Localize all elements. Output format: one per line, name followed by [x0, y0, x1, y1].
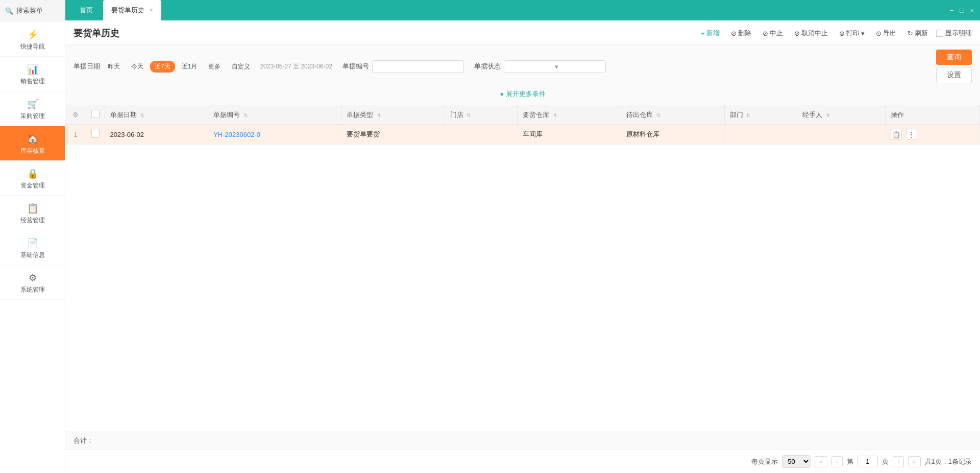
sort-icon-doc-no: ⇅	[243, 112, 248, 118]
first-page-button[interactable]: «	[815, 456, 827, 467]
date-btn-7days[interactable]: 近7天	[150, 61, 175, 73]
topbar-right-controls: − □ ×	[950, 7, 974, 14]
cancel-suspend-button[interactable]: ⊘ 取消中止	[791, 27, 831, 40]
suspend-label: 中止	[770, 29, 783, 38]
export-label: 导出	[883, 29, 896, 38]
select-all-checkbox[interactable]	[91, 110, 100, 118]
data-table: ⚙ 单据日期 ⇅ 单据编号 ⇅ 单据类型	[65, 105, 980, 145]
print-label: 打印	[846, 29, 860, 38]
sidebar-item-sales[interactable]: 📊 销售管理	[0, 57, 65, 91]
th-dept[interactable]: 部门 ⇅	[724, 105, 797, 125]
sidebar-item-purchase[interactable]: 🛒 采购管理	[0, 91, 65, 126]
filter-row-main: 单据日期 昨天 今天 近7天 近1月 更多 自定义 2023-05-27 至 2…	[74, 50, 972, 83]
sidebar-item-finance[interactable]: 🔒 资金管理	[0, 161, 65, 196]
th-handler[interactable]: 经手人 ⇅	[797, 105, 886, 125]
sales-icon: 📊	[27, 64, 38, 75]
th-pending-warehouse[interactable]: 待出仓库 ⇅	[621, 105, 725, 125]
suspend-button[interactable]: ⊘ 中止	[760, 27, 786, 40]
display-detail-label: 显示明细	[945, 29, 972, 38]
tab-active[interactable]: 要货单历史 ×	[103, 0, 161, 20]
sort-icon-dept: ⇅	[746, 112, 750, 118]
date-btn-more[interactable]: 更多	[204, 61, 225, 73]
finance-icon: 🔒	[27, 168, 38, 179]
row-operations: 📋 ⋮	[885, 125, 979, 145]
delete-button[interactable]: ⊘ 删除	[728, 27, 754, 40]
new-button[interactable]: + 新增	[698, 27, 723, 40]
delete-label: 删除	[738, 29, 751, 38]
next-page-button[interactable]: ›	[893, 456, 904, 467]
prev-page-button[interactable]: ‹	[831, 456, 843, 467]
new-label: 新增	[706, 29, 720, 38]
th-store[interactable]: 门店 ⇅	[445, 105, 518, 125]
th-operation: 操作	[885, 105, 979, 125]
row-view-button[interactable]: 📋	[891, 129, 902, 140]
row-checkbox[interactable]	[86, 125, 105, 145]
doc-no-filter-group: 单据编号	[342, 60, 464, 73]
sidebar-item-label: 基础信息	[20, 251, 45, 259]
refresh-button[interactable]: ↻ 刷新	[904, 27, 931, 40]
page-header: 要货单历史 + 新增 ⊘ 删除 ⊘ 中止 ⊘ 取消中止	[65, 20, 980, 44]
setting-button[interactable]: 设置	[936, 67, 972, 83]
display-detail-checkbox[interactable]	[936, 30, 943, 37]
purchase-icon: 🛒	[27, 99, 38, 110]
th-settings[interactable]: ⚙	[65, 105, 86, 125]
row-select-checkbox[interactable]	[91, 130, 100, 138]
status-select[interactable]: ▾	[504, 60, 606, 73]
maximize-button[interactable]: □	[960, 7, 964, 14]
date-filter-group: 单据日期 昨天 今天 近7天 近1月 更多 自定义 2023-05-27 至 2…	[74, 61, 332, 73]
content-area: 要货单历史 + 新增 ⊘ 删除 ⊘ 中止 ⊘ 取消中止	[65, 20, 980, 473]
th-checkbox	[86, 105, 105, 125]
print-button[interactable]: ⊜ 打印 ▾	[836, 27, 868, 40]
date-range-text: 2023-05-27 至 2023-06-02	[260, 62, 332, 71]
th-req-warehouse[interactable]: 要货仓库 ⇅	[518, 105, 621, 125]
sidebar: 🔍 搜索菜单 ⚡ 快捷导航 📊 销售管理 🛒 采购管理 🏠 库存核算 🔒 资金管…	[0, 0, 65, 473]
date-quick-buttons: 昨天 今天 近7天 近1月 更多 自定义	[103, 61, 255, 73]
sidebar-item-quick-nav[interactable]: ⚡ 快捷导航	[0, 22, 65, 57]
filter-action-buttons: 查询 设置	[936, 50, 972, 83]
total-info: 共1页，1条记录	[925, 457, 972, 466]
minimize-button[interactable]: −	[950, 7, 954, 14]
sort-icon-store: ⇅	[467, 112, 471, 118]
th-doc-date[interactable]: 单据日期 ⇅	[105, 105, 208, 125]
expand-icon: ▾	[500, 90, 504, 98]
sidebar-item-label: 快捷导航	[20, 42, 45, 51]
sidebar-item-operations[interactable]: 📋 经营管理	[0, 196, 65, 230]
sidebar-item-label: 资金管理	[20, 181, 45, 190]
expand-more-row: ▾ 展开更多条件	[74, 87, 972, 102]
date-btn-custom[interactable]: 自定义	[227, 61, 255, 73]
page-number-input[interactable]	[857, 456, 878, 467]
row-more-button[interactable]: ⋮	[906, 129, 917, 140]
page-title: 要货单历史	[74, 27, 119, 39]
expand-more-button[interactable]: ▾ 展开更多条件	[500, 89, 546, 99]
toolbar: + 新增 ⊘ 删除 ⊘ 中止 ⊘ 取消中止 ⊜ 打印 ▾	[698, 27, 972, 40]
page-size-select[interactable]: 50 100 200	[782, 455, 811, 468]
doc-no-input[interactable]	[372, 60, 464, 73]
display-detail-toggle[interactable]: 显示明细	[936, 29, 972, 38]
print-dropdown-icon: ▾	[861, 30, 865, 37]
doc-no-link[interactable]: YH-20230602-0	[213, 131, 260, 138]
date-btn-yesterday[interactable]: 昨天	[103, 61, 125, 73]
date-btn-1month[interactable]: 近1月	[177, 61, 202, 73]
sidebar-item-system[interactable]: ⚙ 系统管理	[0, 265, 65, 300]
tab-home-label: 首页	[80, 6, 93, 15]
tab-close-button[interactable]: ×	[150, 7, 153, 14]
date-btn-today[interactable]: 今天	[127, 61, 148, 73]
new-icon: +	[701, 30, 705, 37]
search-button[interactable]: 查询	[936, 50, 972, 65]
quick-nav-icon: ⚡	[27, 29, 38, 40]
row-store	[445, 125, 518, 145]
expand-label: 展开更多条件	[506, 89, 546, 99]
th-doc-no[interactable]: 单据编号 ⇅	[208, 105, 341, 125]
last-page-button[interactable]: »	[908, 456, 921, 467]
status-filter-group: 单据状态 ▾	[474, 60, 606, 73]
summary-label: 合计：	[74, 436, 93, 445]
sidebar-search[interactable]: 🔍 搜索菜单	[0, 0, 65, 22]
table-wrap: ⚙ 单据日期 ⇅ 单据编号 ⇅ 单据类型	[65, 105, 980, 432]
sidebar-item-label: 销售管理	[20, 77, 45, 86]
th-doc-type[interactable]: 单据类型 ⇅	[341, 105, 445, 125]
sidebar-item-base-info[interactable]: 📄 基础信息	[0, 230, 65, 265]
close-window-button[interactable]: ×	[970, 7, 974, 14]
tab-home[interactable]: 首页	[71, 0, 101, 20]
sidebar-item-inventory[interactable]: 🏠 库存核算	[0, 126, 65, 161]
export-button[interactable]: ⊙ 导出	[873, 27, 899, 40]
